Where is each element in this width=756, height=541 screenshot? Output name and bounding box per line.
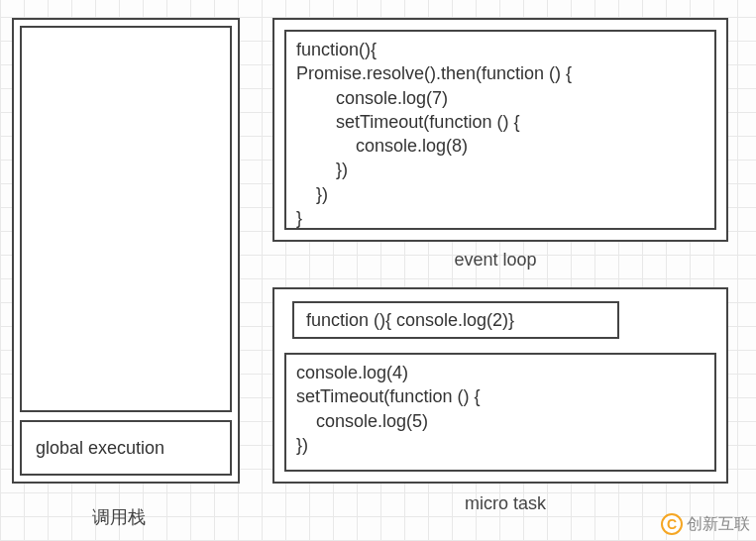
watermark-text: 创新互联 [687, 514, 750, 535]
watermark-icon: C [661, 513, 683, 535]
eventloop-code: function(){ Promise.resolve().then(funct… [286, 32, 714, 236]
microtask-box: function (){ console.log(2)} console.log… [272, 287, 728, 484]
microtask-item-1-text: function (){ console.log(2)} [306, 310, 514, 331]
microtask-item-1: function (){ console.log(2)} [292, 301, 619, 339]
callstack-global-row: global execution [20, 420, 232, 476]
microtask-item-2-text: console.log(4) setTimeout(function () { … [286, 355, 714, 463]
global-execution-label: global execution [36, 438, 164, 459]
watermark: C 创新互联 [661, 513, 750, 535]
eventloop-caption: event loop [416, 250, 575, 270]
callstack-inner-empty [20, 26, 232, 412]
microtask-item-2: console.log(4) setTimeout(function () { … [284, 353, 716, 472]
callstack-caption: 调用栈 [59, 505, 178, 529]
microtask-caption: micro task [436, 493, 575, 514]
eventloop-inner: function(){ Promise.resolve().then(funct… [284, 30, 716, 230]
callstack-box: global execution [12, 18, 240, 484]
eventloop-box: function(){ Promise.resolve().then(funct… [272, 18, 728, 242]
